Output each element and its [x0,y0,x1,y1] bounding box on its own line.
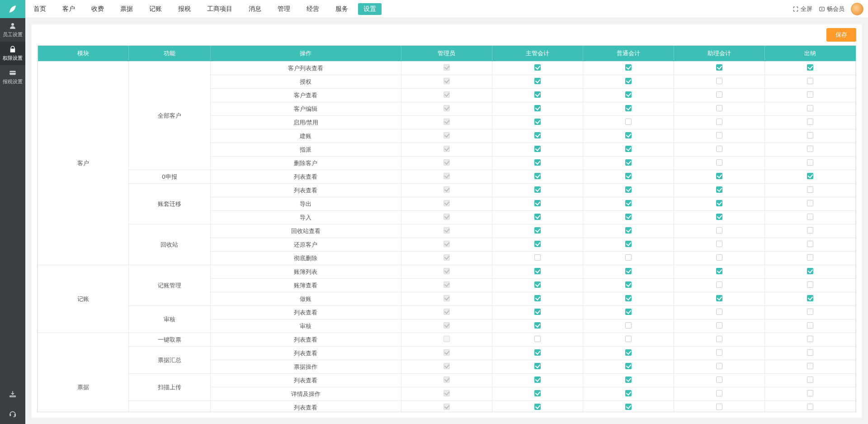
nav-item-10[interactable]: 服务 [327,0,356,18]
perm-checkbox[interactable] [807,254,813,261]
perm-checkbox[interactable] [807,268,813,274]
nav-item-0[interactable]: 首页 [25,0,54,18]
permissions-table-wrap[interactable]: 模块功能操作管理员主管会计普通会计助理会计出纳 客户全部客户客户列表查看授权客户… [37,45,856,412]
nav-item-5[interactable]: 报税 [170,0,199,18]
nav-item-7[interactable]: 消息 [241,0,269,18]
perm-checkbox[interactable] [716,390,722,396]
perm-checkbox[interactable] [716,119,722,125]
perm-checkbox[interactable] [716,322,722,329]
perm-checkbox[interactable] [716,281,722,288]
nav-item-8[interactable]: 管理 [269,0,298,18]
perm-checkbox[interactable] [534,173,541,179]
perm-checkbox[interactable] [625,254,632,261]
perm-checkbox[interactable] [716,227,722,233]
perm-checkbox[interactable] [625,91,632,98]
perm-checkbox[interactable] [807,363,813,369]
perm-checkbox[interactable] [534,254,541,261]
perm-checkbox[interactable] [625,309,632,315]
perm-checkbox[interactable] [807,214,813,220]
perm-checkbox[interactable] [625,78,632,84]
perm-checkbox[interactable] [716,309,722,315]
perm-checkbox[interactable] [807,404,813,410]
perm-checkbox[interactable] [534,376,541,383]
perm-checkbox[interactable] [716,295,722,301]
perm-checkbox[interactable] [625,376,632,383]
perm-checkbox[interactable] [807,119,813,125]
perm-checkbox[interactable] [807,241,813,247]
perm-checkbox[interactable] [534,390,541,396]
perm-checkbox[interactable] [716,214,722,220]
perm-checkbox[interactable] [716,254,722,261]
perm-checkbox[interactable] [534,268,541,274]
perm-checkbox[interactable] [625,64,632,71]
perm-checkbox[interactable] [807,281,813,288]
perm-checkbox[interactable] [625,404,632,410]
perm-checkbox[interactable] [534,214,541,220]
perm-checkbox[interactable] [534,119,541,125]
perm-checkbox[interactable] [807,349,813,356]
perm-checkbox[interactable] [625,295,632,301]
nav-item-3[interactable]: 票据 [112,0,141,18]
download-button[interactable] [0,384,25,404]
perm-checkbox[interactable] [807,173,813,179]
nav-item-9[interactable]: 经营 [298,0,327,18]
perm-checkbox[interactable] [716,268,722,274]
perm-checkbox[interactable] [534,227,541,233]
perm-checkbox[interactable] [807,146,813,152]
sidebar-item-2[interactable]: 报税设置 [0,65,25,89]
perm-checkbox[interactable] [625,336,632,342]
perm-checkbox[interactable] [534,186,541,193]
perm-checkbox[interactable] [807,186,813,193]
perm-checkbox[interactable] [625,363,632,369]
perm-checkbox[interactable] [807,309,813,315]
perm-checkbox[interactable] [807,78,813,84]
perm-checkbox[interactable] [625,200,632,206]
perm-checkbox[interactable] [625,322,632,329]
perm-checkbox[interactable] [625,214,632,220]
perm-checkbox[interactable] [534,64,541,71]
perm-checkbox[interactable] [716,64,722,71]
perm-checkbox[interactable] [716,91,722,98]
perm-checkbox[interactable] [534,363,541,369]
perm-checkbox[interactable] [534,295,541,301]
perm-checkbox[interactable] [716,132,722,138]
perm-checkbox[interactable] [534,309,541,315]
perm-checkbox[interactable] [807,91,813,98]
perm-checkbox[interactable] [534,349,541,356]
perm-checkbox[interactable] [807,159,813,166]
perm-checkbox[interactable] [534,404,541,410]
member-button[interactable]: 畅会员 [819,5,844,13]
perm-checkbox[interactable] [716,376,722,383]
perm-checkbox[interactable] [625,159,632,166]
perm-checkbox[interactable] [716,159,722,166]
perm-checkbox[interactable] [716,404,722,410]
perm-checkbox[interactable] [807,105,813,111]
perm-checkbox[interactable] [807,64,813,71]
nav-item-1[interactable]: 客户 [54,0,83,18]
perm-checkbox[interactable] [807,336,813,342]
perm-checkbox[interactable] [807,376,813,383]
perm-checkbox[interactable] [625,281,632,288]
perm-checkbox[interactable] [625,173,632,179]
perm-checkbox[interactable] [716,173,722,179]
sidebar-item-1[interactable]: 权限设置 [0,42,25,65]
perm-checkbox[interactable] [716,105,722,111]
perm-checkbox[interactable] [625,349,632,356]
perm-checkbox[interactable] [716,78,722,84]
perm-checkbox[interactable] [534,241,541,247]
save-button[interactable]: 保存 [826,28,856,42]
perm-checkbox[interactable] [534,105,541,111]
nav-item-2[interactable]: 收费 [83,0,112,18]
perm-checkbox[interactable] [534,78,541,84]
fullscreen-button[interactable]: 全屏 [793,5,812,13]
perm-checkbox[interactable] [534,91,541,98]
perm-checkbox[interactable] [716,336,722,342]
nav-item-11[interactable]: 设置 [358,3,382,15]
perm-checkbox[interactable] [716,146,722,152]
perm-checkbox[interactable] [625,390,632,396]
perm-checkbox[interactable] [716,200,722,206]
support-button[interactable] [0,404,25,424]
perm-checkbox[interactable] [625,105,632,111]
avatar[interactable] [851,3,863,15]
perm-checkbox[interactable] [534,146,541,152]
